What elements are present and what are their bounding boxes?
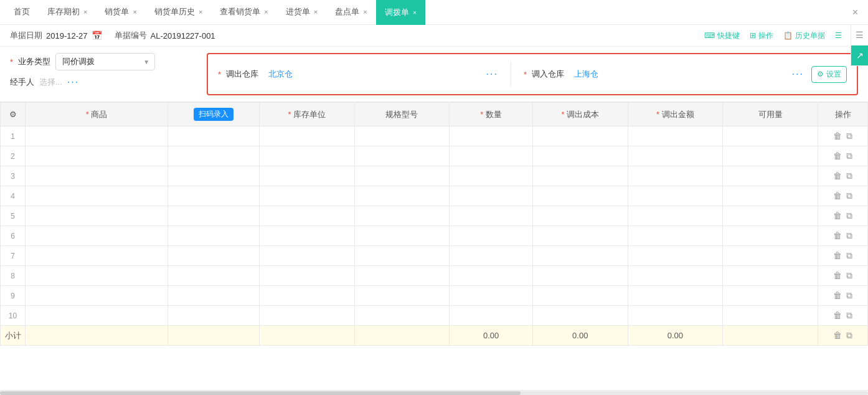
layout-list-button[interactable]: ☰ <box>835 31 842 40</box>
business-type-value: 同价调拨 <box>62 56 95 67</box>
tab-inventory-init[interactable]: 库存期初 × <box>39 0 96 25</box>
cost-cell <box>532 286 628 306</box>
subtotal-amount: 0.00 <box>668 331 683 340</box>
delete-icon[interactable]: 🗑 <box>833 290 842 300</box>
subtotal-product-cell <box>26 326 168 346</box>
delete-icon[interactable]: 🗑 <box>833 151 842 161</box>
table-container: ⚙ 商品 扫码录入 库存单位 规格型号 数量 <box>0 102 868 390</box>
tab-view-sales[interactable]: 查看销货单 × <box>211 0 276 25</box>
form-area: * 业务类型 同价调拨 ▼ 经手人 选择... ··· * 调出仓库 北京仓 ·… <box>0 47 868 102</box>
delete-icon[interactable]: 🗑 <box>833 250 842 260</box>
copy-icon[interactable]: ⧉ <box>846 250 852 260</box>
tab-inventory-count-close[interactable]: × <box>363 8 367 16</box>
tab-inventory-init-close[interactable]: × <box>83 8 87 16</box>
shortcuts-button[interactable]: ⌨ 快捷键 <box>704 31 740 41</box>
scan-cell <box>168 286 260 306</box>
tab-transfer-order-close[interactable]: × <box>413 9 417 16</box>
window-close-button[interactable]: × <box>847 7 863 18</box>
tab-purchase-order[interactable]: 进货单 × <box>277 0 326 25</box>
tab-inventory-init-label: 库存期初 <box>47 6 80 17</box>
copy-icon[interactable]: ⧉ <box>846 191 852 201</box>
scan-cell <box>168 186 260 206</box>
delete-icon[interactable]: 🗑 <box>833 191 842 201</box>
product-cell[interactable] <box>26 286 168 306</box>
copy-icon[interactable]: ⧉ <box>846 270 852 280</box>
person-more-icon[interactable]: ··· <box>67 77 79 88</box>
col-header-qty: 数量 <box>450 103 533 126</box>
actions-cell: 🗑 ⧉ <box>818 186 868 206</box>
tab-sales-history[interactable]: 销货单历史 × <box>146 0 211 25</box>
subtotal-scan-cell <box>168 326 260 346</box>
unit-cell <box>259 206 354 226</box>
calendar-icon[interactable]: 📅 <box>92 31 102 40</box>
tab-view-sales-close[interactable]: × <box>264 8 268 16</box>
tab-purchase-order-close[interactable]: × <box>314 8 318 16</box>
person-select[interactable]: 选择... <box>39 77 62 88</box>
row-num-cell: 1 <box>1 126 26 146</box>
product-cell[interactable] <box>26 246 168 266</box>
subtotal-delete-icon[interactable]: 🗑 <box>833 330 842 340</box>
tab-inventory-count[interactable]: 盘点单 × <box>326 0 375 25</box>
scrollbar-thumb[interactable] <box>0 391 521 395</box>
delete-icon[interactable]: 🗑 <box>833 211 842 221</box>
tab-transfer-order[interactable]: 调拨单 × <box>376 0 425 25</box>
tab-sales-order-close[interactable]: × <box>133 8 136 16</box>
available-cell <box>723 206 818 226</box>
copy-icon[interactable]: ⧉ <box>846 290 852 300</box>
copy-icon[interactable]: ⧉ <box>846 231 852 240</box>
operations-button[interactable]: ⊞ 操作 <box>750 31 773 41</box>
product-cell[interactable] <box>26 306 168 326</box>
layout-list-icon: ☰ <box>835 31 842 40</box>
sidebar-list-icon: ☰ <box>856 30 864 40</box>
product-cell[interactable] <box>26 266 168 286</box>
scrollbar-area[interactable] <box>0 390 868 395</box>
transfer-in-more-icon[interactable]: ··· <box>792 69 804 80</box>
tab-home[interactable]: 首页 <box>5 0 39 25</box>
copy-icon[interactable]: ⧉ <box>846 310 852 320</box>
delete-icon[interactable]: 🗑 <box>833 270 842 280</box>
transfer-in-row: * 调入仓库 上海仓 ··· <box>524 69 804 80</box>
tab-sales-order[interactable]: 销货单 × <box>96 0 145 25</box>
transfer-in-required: * <box>524 70 527 79</box>
copy-icon[interactable]: ⧉ <box>846 171 852 181</box>
business-type-select[interactable]: 同价调拨 ▼ <box>55 53 155 70</box>
sidebar-list-button[interactable]: ☰ <box>851 25 869 45</box>
transfer-out-more-icon[interactable]: ··· <box>486 69 498 80</box>
product-cell[interactable] <box>26 146 168 166</box>
copy-icon[interactable]: ⧉ <box>846 151 852 161</box>
spec-cell <box>354 226 450 246</box>
amount-cell <box>628 126 723 146</box>
tab-sales-history-close[interactable]: × <box>199 8 202 16</box>
sidebar-export-button[interactable]: ↗ <box>851 45 869 66</box>
product-cell[interactable] <box>26 126 168 146</box>
delete-icon[interactable]: 🗑 <box>833 171 842 181</box>
product-cell[interactable] <box>26 226 168 246</box>
delete-icon[interactable]: 🗑 <box>833 131 842 141</box>
table-row: 3 🗑 ⧉ <box>1 166 868 186</box>
tab-inventory-count-label: 盘点单 <box>335 6 359 17</box>
available-cell <box>723 266 818 286</box>
unit-cell <box>259 286 354 306</box>
scan-cell <box>168 146 260 166</box>
product-cell[interactable] <box>26 166 168 186</box>
row-number: 6 <box>11 232 15 240</box>
table-settings-icon[interactable]: ⚙ <box>9 110 17 119</box>
cost-cell <box>532 126 628 146</box>
col-header-settings[interactable]: ⚙ <box>1 103 26 126</box>
product-cell[interactable] <box>26 186 168 206</box>
delete-icon[interactable]: 🗑 <box>833 310 842 320</box>
delete-icon[interactable]: 🗑 <box>833 231 842 240</box>
amount-cell <box>628 286 723 306</box>
settings-button[interactable]: ⚙ 设置 <box>811 66 847 83</box>
product-cell[interactable] <box>26 206 168 226</box>
subtotal-copy-icon[interactable]: ⧉ <box>846 330 852 340</box>
subtotal-cost-cell: 0.00 <box>532 326 628 346</box>
history-button[interactable]: 📋 历史单据 <box>783 31 825 41</box>
copy-icon[interactable]: ⧉ <box>846 131 852 141</box>
copy-icon[interactable]: ⧉ <box>846 211 852 221</box>
scan-button[interactable]: 扫码录入 <box>194 108 234 121</box>
table-row: 2 🗑 ⧉ <box>1 146 868 166</box>
scan-cell <box>168 226 260 246</box>
col-header-unit: 库存单位 <box>259 103 354 126</box>
toolbar: 单据日期 2019-12-27 📅 单据编号 AL-20191227-001 ⌨… <box>0 25 868 47</box>
